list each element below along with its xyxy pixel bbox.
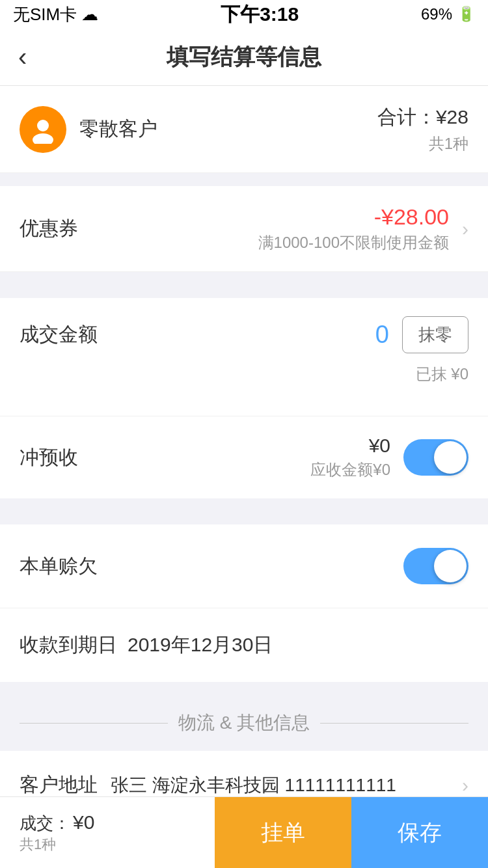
pending-button[interactable]: 挂单 bbox=[215, 797, 351, 868]
round-zero-button[interactable]: 抹零 bbox=[402, 316, 468, 353]
debt-label: 本单赊欠 bbox=[20, 553, 98, 580]
svg-point-0 bbox=[37, 120, 49, 131]
nav-bar: ‹ 填写结算等信息 bbox=[0, 29, 488, 86]
bottom-info: 成交： ¥0 共1种 bbox=[0, 797, 215, 868]
section-gap-1 bbox=[0, 285, 488, 298]
bottom-deal-row: 成交： ¥0 bbox=[20, 811, 195, 835]
coupon-row[interactable]: 优惠券 -¥28.00 满1000-100不限制使用金额 › bbox=[0, 186, 488, 272]
debt-row: 本单赊欠 bbox=[0, 524, 488, 608]
battery-icon: 🔋 bbox=[457, 6, 475, 23]
prepay-toggle[interactable] bbox=[403, 439, 468, 476]
deal-amount-row: 成交金额 0 抹零 已抹 ¥0 bbox=[0, 298, 488, 403]
bottom-count: 共1种 bbox=[20, 835, 195, 854]
deal-label: 成交金额 bbox=[20, 316, 98, 348]
back-button[interactable]: ‹ bbox=[18, 42, 27, 72]
deal-section: 成交金额 0 抹零 已抹 ¥0 冲预收 ¥0 应收金额¥0 bbox=[0, 298, 488, 498]
coupon-sub: 满1000-100不限制使用金额 bbox=[258, 232, 449, 253]
status-bar: 无SIM卡 ☁ 下午3:18 69% 🔋 bbox=[0, 0, 488, 29]
deal-sub: 已抹 ¥0 bbox=[20, 364, 468, 385]
address-label: 客户地址 bbox=[20, 772, 98, 798]
coupon-discount: -¥28.00 bbox=[258, 204, 449, 230]
toggle-knob-debt bbox=[434, 550, 467, 582]
prepay-value: ¥0 bbox=[310, 435, 390, 457]
svg-point-1 bbox=[33, 133, 53, 144]
logistics-divider: 物流 & 其他信息 bbox=[20, 711, 468, 735]
bottom-deal-value: ¥0 bbox=[73, 811, 94, 834]
address-chevron-icon: › bbox=[462, 774, 468, 796]
status-left: 无SIM卡 ☁ bbox=[13, 3, 98, 26]
deal-value: 0 bbox=[375, 321, 389, 349]
toggle-knob-prepay bbox=[434, 441, 467, 474]
prepay-value-block: ¥0 应收金额¥0 bbox=[310, 435, 390, 480]
coupon-value-block: -¥28.00 满1000-100不限制使用金额 bbox=[258, 204, 449, 253]
customer-row: 零散客户 合计：¥28 共1种 bbox=[0, 86, 488, 173]
save-button[interactable]: 保存 bbox=[351, 797, 488, 868]
signal-text: 无SIM卡 ☁ bbox=[13, 3, 98, 26]
divider-line-right bbox=[320, 723, 468, 724]
status-time: 下午3:18 bbox=[221, 1, 299, 28]
page-title: 填写结算等信息 bbox=[167, 42, 321, 72]
section-gap-2 bbox=[0, 511, 488, 524]
deal-right: 0 抹零 bbox=[375, 316, 468, 353]
coupon-section: 优惠券 -¥28.00 满1000-100不限制使用金额 › bbox=[0, 186, 488, 272]
prepay-right: ¥0 应收金额¥0 bbox=[310, 435, 468, 480]
bottom-bar: 成交： ¥0 共1种 挂单 保存 bbox=[0, 796, 488, 868]
due-date-value: 2019年12月30日 bbox=[128, 632, 273, 658]
customer-name: 零散客户 bbox=[79, 116, 157, 142]
bottom-deal-label: 成交： bbox=[20, 812, 70, 835]
prepay-sub: 应收金额¥0 bbox=[310, 459, 390, 480]
coupon-right: -¥28.00 满1000-100不限制使用金额 › bbox=[258, 204, 468, 253]
chevron-right-icon: › bbox=[462, 218, 468, 240]
address-value: 张三 海淀永丰科技园 11111111111 bbox=[111, 773, 462, 798]
logistics-label: 物流 & 其他信息 bbox=[178, 711, 310, 735]
customer-section: 零散客户 合计：¥28 共1种 bbox=[0, 86, 488, 173]
customer-right: 合计：¥28 共1种 bbox=[377, 104, 468, 154]
prepay-row: 冲预收 ¥0 应收金额¥0 bbox=[0, 416, 488, 498]
coupon-label: 优惠券 bbox=[20, 215, 78, 242]
status-right: 69% 🔋 bbox=[421, 5, 475, 23]
logistics-section: 物流 & 其他信息 bbox=[0, 695, 488, 751]
prepay-label: 冲预收 bbox=[20, 444, 78, 471]
avatar bbox=[20, 106, 66, 153]
debt-toggle[interactable] bbox=[403, 548, 468, 584]
customer-count: 共1种 bbox=[377, 133, 468, 154]
customer-left: 零散客户 bbox=[20, 106, 157, 153]
customer-total: 合计：¥28 bbox=[377, 104, 468, 131]
debt-section: 本单赊欠 收款到期日 2019年12月30日 bbox=[0, 524, 488, 682]
deal-row-main: 成交金额 0 抹零 bbox=[20, 316, 468, 353]
divider-line-left bbox=[20, 723, 168, 724]
date-row: 收款到期日 2019年12月30日 bbox=[0, 608, 488, 682]
battery-text: 69% bbox=[421, 5, 452, 23]
section-gap-3 bbox=[0, 682, 488, 695]
due-date-label: 收款到期日 bbox=[20, 632, 117, 658]
